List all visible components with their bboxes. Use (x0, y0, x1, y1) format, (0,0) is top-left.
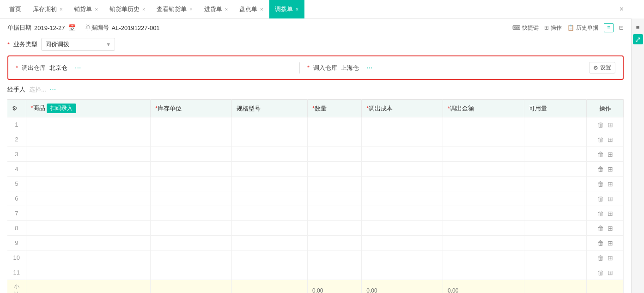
cell-amount[interactable] (443, 265, 524, 280)
cell-unit[interactable] (150, 221, 231, 236)
cell-unit[interactable] (150, 250, 231, 265)
cell-goods[interactable] (26, 191, 150, 206)
cell-available[interactable] (524, 177, 586, 191)
cell-unit[interactable] (150, 265, 231, 280)
copy-icon[interactable]: ⊞ (608, 180, 613, 188)
wh-in-more-btn[interactable]: ··· (366, 64, 372, 72)
cell-amount[interactable] (443, 147, 524, 162)
shortcuts-btn[interactable]: ⌨ 快捷键 (512, 24, 539, 32)
delete-icon[interactable]: 🗑 (597, 136, 604, 143)
tab-transfer[interactable]: 调拨单 × (269, 0, 304, 18)
copy-icon[interactable]: ⊞ (608, 239, 613, 247)
cell-spec[interactable] (231, 191, 307, 206)
cell-available[interactable] (524, 265, 586, 280)
delete-icon[interactable]: 🗑 (597, 269, 604, 276)
cell-goods[interactable] (26, 132, 150, 147)
cell-cost[interactable] (362, 162, 443, 177)
copy-icon[interactable]: ⊞ (608, 210, 613, 217)
cell-spec[interactable] (231, 117, 307, 132)
cell-amount[interactable] (443, 206, 524, 221)
cell-spec[interactable] (231, 250, 307, 265)
copy-icon[interactable]: ⊞ (608, 269, 613, 276)
cell-available[interactable] (524, 147, 586, 162)
cell-goods[interactable] (26, 162, 150, 177)
tab-close-stocktake[interactable]: × (260, 6, 263, 12)
copy-icon[interactable]: ⊞ (608, 121, 613, 128)
cell-qty[interactable] (308, 191, 362, 206)
cell-cost[interactable] (362, 250, 443, 265)
tab-inventory-init[interactable]: 库存期初 × (27, 0, 68, 18)
cell-goods[interactable] (26, 147, 150, 162)
delete-icon[interactable]: 🗑 (597, 151, 604, 158)
delete-icon[interactable]: 🗑 (597, 225, 604, 232)
cell-available[interactable] (524, 236, 586, 250)
cell-available[interactable] (524, 206, 586, 221)
layout-btn[interactable]: ≡ (604, 23, 614, 32)
cell-available[interactable] (524, 162, 586, 177)
cell-unit[interactable] (150, 117, 231, 132)
delete-icon[interactable]: 🗑 (597, 254, 604, 262)
copy-icon[interactable]: ⊞ (608, 151, 613, 158)
cell-spec[interactable] (231, 132, 307, 147)
tab-close-inventory-init[interactable]: × (60, 6, 62, 12)
cell-amount[interactable] (443, 162, 524, 177)
tab-purchase[interactable]: 进货单 × (199, 0, 234, 18)
cell-cost[interactable] (362, 265, 443, 280)
tab-bar-close-btn[interactable]: × (616, 3, 627, 15)
person-select[interactable]: 选择... (29, 85, 46, 94)
cell-qty[interactable] (308, 177, 362, 191)
cell-qty[interactable] (308, 265, 362, 280)
tab-sales[interactable]: 销货单 × (68, 0, 103, 18)
cell-qty[interactable] (308, 162, 362, 177)
cell-cost[interactable] (362, 177, 443, 191)
cell-unit[interactable] (150, 177, 231, 191)
cell-available[interactable] (524, 250, 586, 265)
operations-btn[interactable]: ⊞ 操作 (544, 24, 562, 32)
delete-icon[interactable]: 🗑 (597, 239, 604, 247)
cell-goods[interactable] (26, 221, 150, 236)
business-type-select[interactable]: 同价调拨 ▼ (41, 38, 115, 51)
cell-unit[interactable] (150, 191, 231, 206)
cell-qty[interactable] (308, 206, 362, 221)
scan-btn[interactable]: 扫码录入 (47, 104, 76, 113)
cell-cost[interactable] (362, 147, 443, 162)
cell-amount[interactable] (443, 191, 524, 206)
cell-amount[interactable] (443, 221, 524, 236)
cell-amount[interactable] (443, 132, 524, 147)
cell-unit[interactable] (150, 147, 231, 162)
cell-cost[interactable] (362, 117, 443, 132)
cell-cost[interactable] (362, 221, 443, 236)
cell-qty[interactable] (308, 250, 362, 265)
cell-available[interactable] (524, 117, 586, 132)
tab-close-view-sales[interactable]: × (189, 6, 192, 12)
copy-icon[interactable]: ⊞ (608, 225, 613, 232)
cell-spec[interactable] (231, 162, 307, 177)
cell-unit[interactable] (150, 206, 231, 221)
history-btn[interactable]: 📋 历史单据 (567, 24, 598, 32)
tab-sales-history[interactable]: 销货单历史 × (104, 0, 151, 18)
delete-icon[interactable]: 🗑 (597, 210, 604, 217)
tab-view-sales[interactable]: 查看销货单 × (151, 0, 198, 18)
cell-goods[interactable] (26, 117, 150, 132)
cell-available[interactable] (524, 132, 586, 147)
cell-goods[interactable] (26, 265, 150, 280)
cell-qty[interactable] (308, 147, 362, 162)
delete-icon[interactable]: 🗑 (597, 121, 604, 128)
copy-icon[interactable]: ⊞ (608, 136, 613, 143)
cell-amount[interactable] (443, 250, 524, 265)
cell-unit[interactable] (150, 162, 231, 177)
cell-unit[interactable] (150, 236, 231, 250)
person-more-btn[interactable]: ··· (50, 85, 56, 94)
cell-qty[interactable] (308, 236, 362, 250)
calendar-icon[interactable]: 📅 (68, 24, 76, 31)
cell-qty[interactable] (308, 221, 362, 236)
copy-icon[interactable]: ⊞ (608, 195, 613, 202)
delete-icon[interactable]: 🗑 (597, 165, 604, 173)
delete-icon[interactable]: 🗑 (597, 195, 604, 202)
tab-home[interactable]: 首页 (4, 0, 27, 18)
cell-available[interactable] (524, 191, 586, 206)
cell-goods[interactable] (26, 236, 150, 250)
tab-close-purchase[interactable]: × (225, 6, 228, 12)
cell-spec[interactable] (231, 177, 307, 191)
cell-spec[interactable] (231, 221, 307, 236)
